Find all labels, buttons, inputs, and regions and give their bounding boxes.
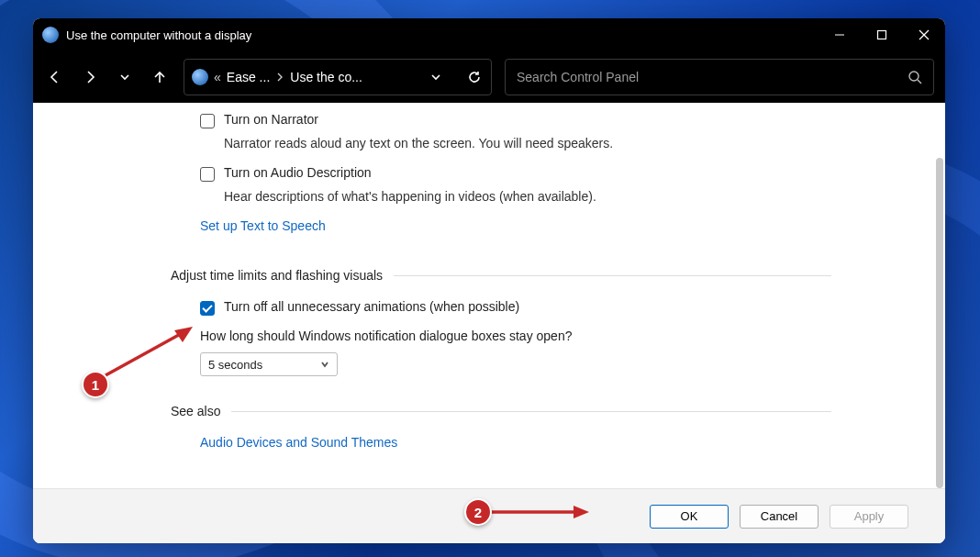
option-audio-description: Turn on Audio Description xyxy=(200,165,831,182)
refresh-button[interactable] xyxy=(458,61,491,94)
svg-point-5 xyxy=(909,72,919,81)
narrator-description: Narrator reads aloud any text on the scr… xyxy=(224,136,831,150)
option-narrator: Turn on Narrator xyxy=(200,112,831,128)
chevron-right-icon xyxy=(275,72,284,82)
scroll-area: Turn on Narrator Narrator reads aloud an… xyxy=(33,103,945,488)
audio-description-desc: Hear descriptions of what's happening in… xyxy=(224,189,831,204)
notification-duration-label: How long should Windows notification dia… xyxy=(200,329,831,343)
ok-button[interactable]: OK xyxy=(650,505,729,529)
group-divider xyxy=(394,275,831,276)
close-button[interactable] xyxy=(903,18,945,51)
checkbox-label: Turn off all unnecessary animations (whe… xyxy=(224,299,519,314)
breadcrumb-item[interactable]: Use the co... xyxy=(290,70,362,84)
cancel-button[interactable]: Cancel xyxy=(740,505,819,529)
group-see-also: See also xyxy=(171,404,831,418)
chevron-down-icon xyxy=(320,360,329,369)
scrollbar[interactable] xyxy=(936,158,943,488)
control-panel-window: Use the computer without a display « Eas… xyxy=(33,18,945,543)
navbar: « Ease ... Use the co... xyxy=(33,51,945,103)
tts-link[interactable]: Set up Text to Speech xyxy=(200,218,326,233)
svg-line-6 xyxy=(918,80,921,84)
checkbox-audio-description[interactable] xyxy=(200,167,215,182)
titlebar: Use the computer without a display xyxy=(33,18,945,51)
ease-of-access-icon xyxy=(42,27,59,43)
checkbox-turn-off-animations[interactable] xyxy=(200,301,215,316)
window-title: Use the computer without a display xyxy=(66,28,819,42)
back-button[interactable] xyxy=(39,61,72,94)
recent-dropdown[interactable] xyxy=(108,61,141,94)
notification-duration-select[interactable]: 5 seconds xyxy=(200,352,338,376)
button-row: OK Cancel Apply xyxy=(33,488,945,543)
group-title: Adjust time limits and flashing visuals xyxy=(171,268,383,283)
group-divider xyxy=(231,411,831,412)
ease-of-access-icon xyxy=(192,69,208,85)
forward-button[interactable] xyxy=(73,61,106,94)
select-value: 5 seconds xyxy=(208,358,262,372)
address-bar[interactable]: « Ease ... Use the co... xyxy=(184,59,492,95)
up-button[interactable] xyxy=(143,61,176,94)
search-input[interactable] xyxy=(517,70,908,84)
search-bar[interactable] xyxy=(505,59,934,95)
search-icon xyxy=(908,70,922,84)
minimize-button[interactable] xyxy=(819,18,861,51)
group-time-limits: Adjust time limits and flashing visuals xyxy=(171,268,831,283)
checkbox-label: Turn on Audio Description xyxy=(224,165,372,180)
apply-button: Apply xyxy=(830,505,908,529)
breadcrumb-prefix: « xyxy=(214,70,221,84)
audio-devices-link[interactable]: Audio Devices and Sound Themes xyxy=(200,435,397,450)
svg-rect-1 xyxy=(878,31,886,39)
checkbox-narrator[interactable] xyxy=(200,114,215,128)
checkbox-label: Turn on Narrator xyxy=(224,112,318,127)
breadcrumb-item[interactable]: Ease ... xyxy=(227,70,270,84)
group-title: See also xyxy=(171,404,220,418)
address-dropdown[interactable] xyxy=(419,61,452,94)
content-area: Turn on Narrator Narrator reads aloud an… xyxy=(33,103,945,543)
option-turn-off-animations: Turn off all unnecessary animations (whe… xyxy=(200,299,831,316)
maximize-button[interactable] xyxy=(861,18,903,51)
